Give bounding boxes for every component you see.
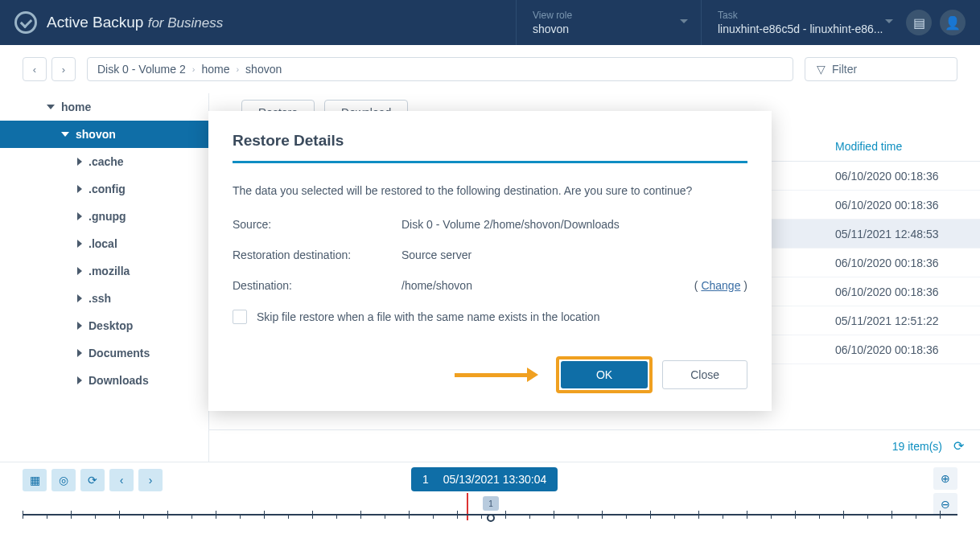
header-icons: ▤ 👤 xyxy=(906,10,980,35)
ok-button-highlight: OK xyxy=(556,356,653,393)
refresh-icon[interactable]: ⟳ xyxy=(953,438,964,454)
breadcrumb-part[interactable]: Disk 0 - Volume 2 xyxy=(97,63,186,76)
breadcrumb-part[interactable]: shovon xyxy=(245,63,282,76)
timeline-restore-point[interactable] xyxy=(487,514,495,522)
tree-item[interactable]: .gnupg xyxy=(0,203,208,230)
skip-file-label: Skip file restore when a file with the s… xyxy=(257,310,599,323)
breadcrumb[interactable]: Disk 0 - Volume 2 › home › shovon xyxy=(87,57,793,81)
restore-details-modal: Restore Details The data you selected wi… xyxy=(208,111,772,411)
chevron-down-icon xyxy=(885,19,893,23)
chevron-right-icon xyxy=(77,267,82,275)
chevron-down-icon xyxy=(47,105,55,109)
view-role-label: View role xyxy=(533,10,685,21)
filter-icon: ▽ xyxy=(817,63,826,76)
chevron-right-icon xyxy=(77,322,82,330)
app-logo-icon xyxy=(14,11,37,34)
restore-dest-value: Source server xyxy=(401,249,747,261)
timeline-point-badge[interactable]: 1 xyxy=(483,496,499,511)
modal-source-row: Source: Disk 0 - Volume 2/home/shovon/Do… xyxy=(233,218,747,231)
tree-item[interactable]: Documents xyxy=(0,339,208,367)
view-role-value: shovon xyxy=(533,23,685,35)
timeline-next-button[interactable]: › xyxy=(138,469,163,491)
change-link[interactable]: Change xyxy=(701,279,740,292)
timeline-zoom-controls: ⊕ ⊖ xyxy=(933,467,957,516)
chevron-right-icon xyxy=(77,158,82,166)
destination-value: /home/shovon ( Change ) xyxy=(401,279,747,292)
nav-buttons: ‹ › xyxy=(23,57,76,81)
ok-button[interactable]: OK xyxy=(561,361,648,388)
modal-buttons: OK Close xyxy=(233,356,747,393)
annotation-arrow-icon xyxy=(455,368,538,382)
tree-item[interactable]: .cache xyxy=(0,148,208,175)
modal-intro-text: The data you selected will be restored t… xyxy=(233,184,747,197)
chevron-right-icon xyxy=(77,185,82,193)
modal-divider xyxy=(233,161,747,163)
breadcrumb-separator: › xyxy=(236,64,239,74)
destination-label: Destination: xyxy=(233,279,401,292)
chevron-down-icon xyxy=(680,19,688,23)
target-button[interactable]: ◎ xyxy=(51,469,76,491)
task-value: linuxhint-e86c5d - linuxhint-e86... xyxy=(718,23,890,35)
user-icon[interactable]: 👤 xyxy=(940,10,966,35)
calendar-button[interactable]: ▦ xyxy=(23,469,47,491)
tree-item[interactable]: .local xyxy=(0,230,208,257)
chevron-down-icon xyxy=(61,132,69,137)
app-title: Active Backup for Business xyxy=(47,14,223,31)
view-role-dropdown[interactable]: View role shovon xyxy=(516,0,701,45)
nav-back-button[interactable]: ‹ xyxy=(23,57,47,81)
chevron-right-icon xyxy=(77,240,82,248)
tree-item[interactable]: .ssh xyxy=(0,285,208,312)
chevron-right-icon xyxy=(77,349,82,357)
chevron-right-icon xyxy=(77,376,82,384)
app-subtitle: for Business xyxy=(148,15,224,31)
restore-dest-label: Restoration destination: xyxy=(233,249,401,261)
navigation-toolbar: ‹ › Disk 0 - Volume 2 › home › shovon ▽ … xyxy=(0,45,980,93)
tree-item-shovon[interactable]: shovon xyxy=(0,121,208,148)
table-footer: 19 item(s) ⟳ xyxy=(209,429,980,462)
tree-item[interactable]: Downloads xyxy=(0,367,208,394)
timeline-badge-time: 05/13/2021 13:30:04 xyxy=(443,473,546,486)
modal-title: Restore Details xyxy=(233,132,747,150)
chat-icon[interactable]: ▤ xyxy=(906,10,932,35)
folder-tree: home shovon .cache .config .gnupg .local… xyxy=(0,93,209,462)
tree-item[interactable]: .mozilla xyxy=(0,257,208,285)
timeline-panel: ▦ ◎ ⟳ ‹ › 1 05/13/2021 13:30:04 ⊕ ⊖ 1 8:… xyxy=(0,462,980,534)
chevron-right-icon xyxy=(77,294,82,302)
tree-item[interactable]: Desktop xyxy=(0,312,208,339)
breadcrumb-part[interactable]: home xyxy=(201,63,229,76)
chevron-right-icon xyxy=(77,212,82,220)
column-modified-time[interactable]: Modified time xyxy=(835,140,964,153)
refresh-timeline-button[interactable]: ⟳ xyxy=(80,469,105,491)
filter-label: Filter xyxy=(832,63,857,76)
close-button[interactable]: Close xyxy=(662,360,747,389)
skip-file-row[interactable]: Skip file restore when a file with the s… xyxy=(233,310,747,324)
task-dropdown[interactable]: Task linuxhint-e86c5d - linuxhint-e86... xyxy=(701,0,906,45)
zoom-in-button[interactable]: ⊕ xyxy=(933,467,957,490)
timeline-prev-button[interactable]: ‹ xyxy=(109,469,134,491)
timeline-badge-index: 1 xyxy=(422,473,429,486)
source-label: Source: xyxy=(233,218,401,231)
task-label: Task xyxy=(718,10,890,21)
app-header: Active Backup for Business View role sho… xyxy=(0,0,980,45)
source-value: Disk 0 - Volume 2/home/shovon/Downloads xyxy=(401,218,747,231)
app-name: Active Backup xyxy=(47,14,143,31)
skip-file-checkbox[interactable] xyxy=(233,310,247,324)
app-logo-section: Active Backup for Business xyxy=(0,11,237,34)
item-count: 19 item(s) xyxy=(892,440,942,453)
breadcrumb-separator: › xyxy=(192,64,196,74)
timeline-current-badge: 1 05/13/2021 13:30:04 xyxy=(411,467,558,491)
modal-restore-dest-row: Restoration destination: Source server xyxy=(233,249,747,261)
modal-destination-row: Destination: /home/shovon ( Change ) xyxy=(233,279,747,292)
nav-forward-button[interactable]: › xyxy=(51,57,76,81)
tree-item-home[interactable]: home xyxy=(0,93,208,121)
tree-item[interactable]: .config xyxy=(0,175,208,203)
filter-button[interactable]: ▽ Filter xyxy=(805,57,957,81)
